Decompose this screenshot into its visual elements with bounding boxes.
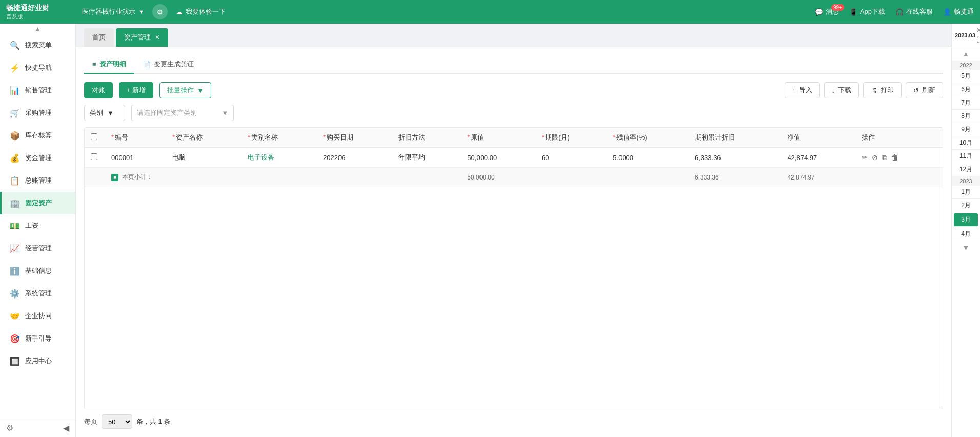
assetlist-icon: ≡ — [92, 61, 96, 68]
pagination-bar: 每页 50 100 200 条，共 1 条 — [84, 409, 943, 429]
guide-icon: 🎯 — [10, 333, 20, 344]
month-2022-5[interactable]: 5月 — [952, 70, 980, 83]
import-label: 导入 — [799, 86, 812, 95]
category-placeholder: 请选择固定资产类别 — [137, 108, 197, 117]
edit-icon[interactable]: ✏ — [862, 153, 868, 162]
category-select[interactable]: 类别 ▼ — [84, 105, 125, 121]
category-input[interactable]: 请选择固定资产类别 ▼ — [131, 105, 234, 121]
sidebar-item-salary[interactable]: 💵 工资 — [0, 214, 75, 237]
vouchergen-icon: 📄 — [143, 61, 151, 68]
settings-button[interactable]: ⚙ — [152, 4, 168, 19]
sidebar-item-inventory[interactable]: 📦 库存核算 — [0, 124, 75, 147]
sidebar-label-system: 系统管理 — [25, 289, 52, 298]
stop-icon[interactable]: ⊘ — [872, 153, 878, 162]
sidebar-item-ledger[interactable]: 📋 总账管理 — [0, 169, 75, 192]
per-page-select[interactable]: 50 100 200 — [102, 414, 132, 429]
app-icon: 📱 — [849, 8, 857, 16]
sidebar-item-basic[interactable]: ℹ️ 基础信息 — [0, 260, 75, 282]
row-purchasedate: 202206 — [317, 148, 392, 168]
messages-button[interactable]: 💬 消息 99+ — [815, 7, 839, 16]
refresh-button[interactable]: ↺ 刷新 — [906, 82, 943, 98]
sidebar-item-fixedassets[interactable]: 🏢 固定资产 — [0, 192, 75, 214]
calendar-down-icon[interactable]: ▼ — [962, 243, 971, 253]
download-button[interactable]: ↓ 下载 — [824, 82, 859, 98]
print-button[interactable]: 🖨 打印 — [863, 82, 902, 98]
sidebar-label-sales: 销售管理 — [25, 86, 52, 95]
month-2022-10[interactable]: 10月 — [952, 136, 980, 150]
system-icon: ⚙️ — [10, 288, 20, 299]
company-chevron-icon: ▼ — [138, 9, 144, 15]
sidebar-item-operations[interactable]: 📈 经营管理 — [0, 237, 75, 260]
service-icon: 🎧 — [895, 8, 904, 16]
batch-label: 批量操作 — [167, 86, 194, 95]
sidebar-label-basic: 基础信息 — [25, 266, 52, 275]
cloud-icon: ☁ — [176, 8, 183, 16]
panel-expand-toggle[interactable]: ◀ — [951, 220, 952, 241]
subtotal-label: 本页小计： — [122, 173, 153, 181]
online-service-button[interactable]: 🎧 在线客服 — [895, 7, 933, 16]
tab-assetmgmt[interactable]: 资产管理 ✕ — [116, 28, 168, 47]
top-bar-center: 医疗器械行业演示 ▼ ⚙ ☁ 我要体验一下 — [82, 4, 815, 19]
sidebar-item-apps[interactable]: 🔲 应用中心 — [0, 350, 75, 372]
sidebar-collapse-icon[interactable]: ◀ — [63, 423, 69, 433]
new-button[interactable]: + 新增 — [119, 82, 153, 98]
experience-button[interactable]: ☁ 我要体验一下 — [176, 7, 226, 16]
calendar-up-icon[interactable]: ▲ — [962, 49, 971, 59]
sales-icon: 📊 — [10, 85, 20, 95]
row-checkbox[interactable] — [91, 153, 97, 160]
copy-icon[interactable]: ⧉ — [882, 153, 887, 162]
sidebar-item-finance[interactable]: 💰 资金管理 — [0, 147, 75, 169]
month-2022-12[interactable]: 12月 — [952, 163, 980, 176]
month-2022-9[interactable]: 9月 — [952, 123, 980, 136]
user-name: 畅捷通 — [954, 7, 974, 16]
sidebar-item-purchase[interactable]: 🛒 采购管理 — [0, 102, 75, 124]
sub-tab-assetlist[interactable]: ≡ 资产明细 — [84, 55, 134, 74]
app-download-button[interactable]: 📱 App下载 — [849, 7, 885, 16]
sidebar-item-search[interactable]: 🔍 搜索菜单 — [0, 34, 75, 56]
month-2022-11[interactable]: 11月 — [952, 150, 980, 163]
calendar-expand-icon[interactable]: ⛶ — [975, 35, 980, 45]
logo-sub: 普及版 — [6, 13, 82, 21]
batch-chevron-icon: ▼ — [197, 87, 204, 94]
sidebar-item-system[interactable]: ⚙️ 系统管理 — [0, 282, 75, 305]
col-accumdep: 期初累计折旧 — [689, 128, 781, 148]
row-checkbox-cell[interactable] — [85, 148, 105, 168]
batch-button[interactable]: 批量操作 ▼ — [159, 82, 211, 98]
user-menu-button[interactable]: 👤 畅捷通 — [943, 7, 974, 16]
row-accumdep: 6,333.36 — [689, 148, 781, 168]
sub-tab-vouchergen[interactable]: 📄 变更生成凭证 — [134, 55, 202, 74]
import-button[interactable]: ↑ 导入 — [785, 82, 820, 98]
reconcile-label: 对账 — [92, 86, 105, 95]
reconcile-button[interactable]: 对账 — [84, 82, 113, 98]
calendar-content: ▲ 2022 5月 6月 7月 8月 9月 10月 11月 12月 2023 1… — [952, 47, 980, 437]
delete-icon[interactable]: 🗑 — [891, 153, 898, 162]
month-2023-4[interactable]: 4月 — [952, 228, 980, 241]
ledger-icon: 📋 — [10, 175, 20, 186]
top-bar-right: 💬 消息 99+ 📱 App下载 🎧 在线客服 👤 畅捷通 — [815, 7, 974, 16]
message-icon: 💬 — [815, 8, 823, 16]
avatar-icon: 👤 — [943, 8, 951, 16]
sidebar-item-quicknav[interactable]: ⚡ 快捷导航 — [0, 56, 75, 79]
company-selector[interactable]: 医疗器械行业演示 ▼ — [82, 7, 144, 16]
tab-home[interactable]: 首页 — [84, 28, 114, 47]
month-2023-3[interactable]: 3月 — [954, 213, 978, 227]
sidebar-settings-icon[interactable]: ⚙ — [6, 423, 13, 433]
sidebar-scroll-up[interactable]: ▲ — [0, 24, 75, 34]
per-page-label: 每页 — [84, 417, 97, 426]
select-all-checkbox[interactable] — [91, 133, 97, 140]
month-2023-2[interactable]: 2月 — [952, 199, 980, 212]
sidebar-item-enterprise[interactable]: 🤝 企业协同 — [0, 305, 75, 327]
col-code: *编号 — [105, 128, 166, 148]
sidebar-bottom: ⚙ ◀ — [0, 419, 75, 437]
month-2023-1[interactable]: 1月 — [952, 186, 980, 199]
table-row: 000001 电脑 电子设备 202206 年限平均 50,000.00 60 … — [85, 148, 943, 168]
month-2022-7[interactable]: 7月 — [952, 96, 980, 110]
month-2022-8[interactable]: 8月 — [952, 110, 980, 123]
tab-assetmgmt-label: 资产管理 — [124, 33, 151, 42]
tab-close-icon[interactable]: ✕ — [155, 34, 160, 41]
sidebar-item-guide[interactable]: 🎯 新手引导 — [0, 327, 75, 350]
calendar-close-icon[interactable]: ✕ — [975, 26, 980, 35]
month-2022-6[interactable]: 6月 — [952, 83, 980, 96]
calendar-header: 2023.03 ✕ ⛶ — [952, 24, 980, 47]
sidebar-item-sales[interactable]: 📊 销售管理 — [0, 79, 75, 102]
